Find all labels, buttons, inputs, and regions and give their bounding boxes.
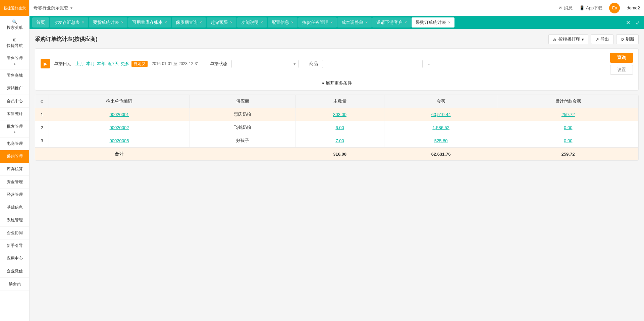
settings-button[interactable]: 设置 <box>610 65 633 75</box>
sidebar-item-search[interactable]: 🔍 搜索英单 <box>0 16 29 34</box>
row-paid[interactable]: 259.72 <box>498 108 638 121</box>
sidebar-item-nav[interactable]: ⊞ 快捷导航 <box>0 34 29 52</box>
refresh-button[interactable]: ↺ 刷新 <box>616 34 639 44</box>
sidebar-item-basic[interactable]: 基础信息 <box>0 201 29 214</box>
maximize-tab-action[interactable]: ⤢ <box>634 19 641 26</box>
sidebar-item-marketing[interactable]: 营销推广 <box>0 82 29 95</box>
tab-close-icon[interactable]: × <box>82 20 84 25</box>
status-select[interactable] <box>231 60 299 68</box>
tab-close-icon[interactable]: × <box>365 20 368 25</box>
row-code[interactable]: 00020001 <box>49 108 190 121</box>
tab-close-icon[interactable]: × <box>165 20 167 25</box>
sidebar-item-retail-mall[interactable]: 零售商城 <box>0 69 29 82</box>
tab-close-icon[interactable]: × <box>330 20 333 25</box>
row-paid[interactable]: 0.00 <box>498 134 638 148</box>
sidebar-item-wholesale[interactable]: 批发管理 ▲ <box>0 120 29 138</box>
workspace-selector[interactable]: 母婴行业演示账套 ▾ <box>34 5 559 11</box>
query-button[interactable]: 查询 <box>610 53 633 63</box>
tab-receive-summary[interactable]: 收发存汇总表 × <box>50 17 88 28</box>
tab-label: 功能说明 <box>241 19 259 25</box>
tab-label: 采购订单统计表 <box>416 19 446 25</box>
row-qty[interactable]: 7.00 <box>296 134 384 148</box>
tab-purchase-summary[interactable]: 要货单统计表 × <box>89 17 127 28</box>
row-index: 1 <box>35 108 49 121</box>
tab-pickup-task[interactable]: 拣货任务管理 × <box>298 17 337 28</box>
sidebar-item-operation[interactable]: 经营管理 <box>0 189 29 201</box>
sidebar-item-enterprise[interactable]: 企业协同 <box>0 227 29 239</box>
tab-warranty[interactable]: 保质期查询 × <box>172 17 206 28</box>
this-year-shortcut[interactable]: 本年 <box>97 61 106 67</box>
sidebar-item-purchase[interactable]: 采购管理 <box>0 150 29 163</box>
tab-purchase-order-stat[interactable]: 采购订单统计表 × <box>412 17 454 28</box>
sidebar-item-appcenter[interactable]: 应用中心 <box>0 252 29 265</box>
tab-func-desc[interactable]: 功能说明 × <box>237 17 267 28</box>
avatar: Ea <box>609 3 620 13</box>
sidebar-item-inventory[interactable]: 库存核算 <box>0 163 29 176</box>
sidebar-item-label: 快捷导航 <box>7 43 23 49</box>
row-paid[interactable]: 0.00 <box>498 121 638 134</box>
col-amount: 金额 <box>384 95 498 108</box>
row-code[interactable]: 00020002 <box>49 121 190 134</box>
sidebar-item-label: 系统管理 <box>7 217 23 223</box>
row-amount[interactable]: 1,586.52 <box>384 121 498 134</box>
sidebar-item-retail-stat[interactable]: 零售统计 <box>0 108 29 120</box>
sidebar-item-member2[interactable]: 畅会员 <box>0 278 29 290</box>
printer-icon: 🖨 <box>553 37 557 42</box>
row-qty[interactable]: 6.00 <box>296 121 384 134</box>
print-button[interactable]: 🖨 按模板打印 ▾ <box>548 34 588 44</box>
sidebar-item-member[interactable]: 会员中心 <box>0 95 29 108</box>
row-qty[interactable]: 303.00 <box>296 108 384 121</box>
more-dates-shortcut[interactable]: 更多 <box>121 61 129 67</box>
custom-date-badge[interactable]: 自定义 <box>131 61 148 67</box>
app-download-button[interactable]: 📱 App下载 <box>579 5 602 11</box>
message-label: 消息 <box>564 5 573 11</box>
username-label[interactable]: demo2 <box>627 5 640 10</box>
table-row[interactable]: 2 00020002 飞鹤奶粉 6.00 1,586.52 0.00 <box>35 121 638 134</box>
refresh-label: 刷新 <box>626 36 634 42</box>
tab-label: 拣货任务管理 <box>302 19 328 25</box>
table-row[interactable]: 1 00020001 惠氏奶粉 303.00 60,519.44 259.72 <box>35 108 638 121</box>
tab-stock-ledger[interactable]: 可用量库存账本 × <box>128 17 171 28</box>
tab-close-icon[interactable]: × <box>261 20 263 25</box>
sidebar-item-label: 企业微信 <box>7 268 23 274</box>
tab-close-icon[interactable]: × <box>448 20 450 25</box>
mobile-icon: 📱 <box>579 5 585 10</box>
sidebar-item-wechat[interactable]: 企业微信 <box>0 265 29 278</box>
goods-input[interactable] <box>322 60 423 68</box>
last-7days-shortcut[interactable]: 近7天 <box>108 61 119 67</box>
tab-close-icon[interactable]: × <box>200 20 202 25</box>
row-amount[interactable]: 60,519.44 <box>384 108 498 121</box>
filter-toggle-button[interactable]: ▶ <box>41 59 50 68</box>
tab-close-icon[interactable]: × <box>291 20 293 25</box>
tab-close-icon[interactable]: × <box>121 20 123 25</box>
message-button[interactable]: ✉ 消息 <box>559 5 573 11</box>
table-row[interactable]: 3 00020005 好孩子 7.00 525.80 0.00 <box>35 134 638 148</box>
this-month-shortcut[interactable]: 本月 <box>86 61 95 67</box>
tab-cost-adjust[interactable]: 成本调整单 × <box>337 17 372 28</box>
close-tab-action[interactable]: ✕ <box>625 19 632 26</box>
export-button[interactable]: ↗ 导出 <box>591 34 613 44</box>
more-filters-ellipsis[interactable]: ··· <box>427 60 433 68</box>
last-month-shortcut[interactable]: 上月 <box>75 61 84 67</box>
refresh-icon: ↺ <box>621 37 624 42</box>
col-qty: 主数量 <box>296 95 384 108</box>
tab-home[interactable]: 首页 <box>32 17 49 28</box>
tab-overstock[interactable]: 超储预警 × <box>207 17 236 28</box>
sidebar-item-system[interactable]: 系统管理 <box>0 214 29 227</box>
tab-close-icon[interactable]: × <box>230 20 232 25</box>
col-supplier: 供应商 <box>190 95 296 108</box>
row-amount[interactable]: 525.80 <box>384 134 498 148</box>
date-filter-label: 单据日期 <box>54 61 71 67</box>
row-code[interactable]: 00020005 <box>49 134 190 148</box>
sidebar-item-retail[interactable]: 零售管理 ▲ <box>0 52 29 69</box>
tab-config[interactable]: 配置信息 × <box>268 17 298 28</box>
results-table: ⚙ 往来单位编码 供应商 主数量 金额 累计付款金额 1 00020001 惠氏… <box>35 95 638 160</box>
sidebar-item-finance[interactable]: 资金管理 <box>0 176 29 189</box>
sidebar-item-label: 企业协同 <box>7 230 23 236</box>
column-settings-icon[interactable]: ⚙ <box>40 99 44 104</box>
tab-close-icon[interactable]: × <box>405 20 407 25</box>
expand-filters-button[interactable]: ▾ 展开更多条件 <box>322 80 352 86</box>
tab-invite-downstream[interactable]: 邀请下游客户 × <box>372 17 411 28</box>
sidebar-item-newguide[interactable]: 新手引导 <box>0 239 29 252</box>
sidebar-item-ecommerce[interactable]: 电商管理 <box>0 138 29 150</box>
